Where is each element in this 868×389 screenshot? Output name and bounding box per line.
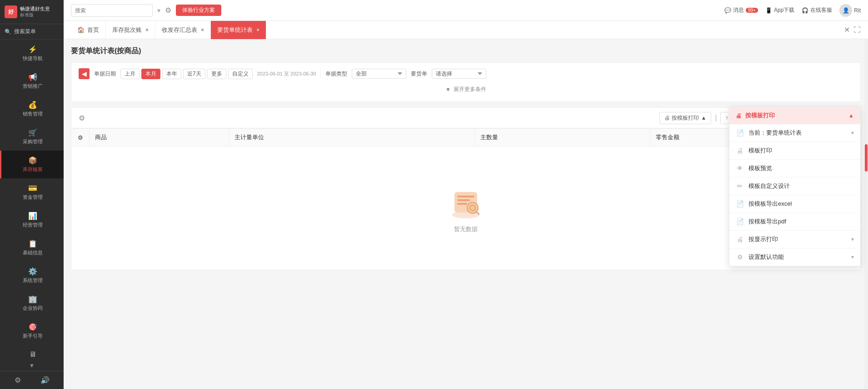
dropdown-collapse-arrow[interactable]: ▲ — [848, 112, 854, 119]
scrollbar-thumb[interactable] — [865, 144, 868, 172]
sidebar-item-app-center[interactable]: 🖥 应用中心 — [0, 345, 64, 360]
sidebar-item-marketing[interactable]: 📢 营销推广 — [0, 67, 64, 95]
logo-text: 畅捷通好生意 标准版 — [20, 5, 50, 18]
col-unit: 主计量单位 — [229, 129, 475, 147]
date-btn-this-year[interactable]: 本年 — [162, 69, 181, 79]
filter-divider — [320, 69, 321, 78]
tab-close-icon[interactable]: ✕ — [844, 25, 850, 34]
export-pdf-icon: 📄 — [736, 218, 744, 225]
order-type-label: 单据类型 — [325, 70, 347, 78]
sidebar-item-enterprise[interactable]: 🏢 企业协同 — [0, 289, 64, 317]
current-template-arrow: ▾ — [851, 130, 854, 136]
date-btn-custom[interactable]: 自定义 — [228, 69, 253, 79]
print-icon: 🖨 — [664, 115, 670, 121]
marketing-icon: 📢 — [28, 73, 37, 81]
filter-collapse-btn[interactable]: ◀ — [79, 68, 90, 79]
tab-batch-account[interactable]: 库存批次账 × — [106, 21, 155, 39]
tab-order-stats-close[interactable]: × — [256, 27, 259, 33]
trial-btn[interactable]: 体验行业方案 — [176, 5, 221, 16]
display-print-icon: 🖨 — [736, 236, 744, 243]
print-dropdown-arrow: ▲ — [701, 115, 706, 121]
sidebar: 好 畅捷通好生意 标准版 🔍 搜索菜单 ⚡ 快捷导航 📢 营销推广 💰 销售管理… — [0, 0, 64, 389]
sidebar-item-newbie[interactable]: 🎯 新手引导 — [0, 317, 64, 345]
sales-icon: 💰 — [28, 101, 37, 109]
dropdown-display-print[interactable]: 🖨 按显示打印 ▾ — [729, 231, 860, 248]
app-center-icon: 🖥 — [29, 350, 36, 359]
sidebar-scroll-down[interactable]: ▼ — [0, 360, 64, 371]
dropdown-template-custom[interactable]: ✏ 模板自定义设计 — [729, 177, 860, 195]
topbar-avatar[interactable]: 👤 Rit — [839, 4, 861, 17]
dropdown-export-pdf[interactable]: 📄 按模板导出pdf — [729, 213, 860, 231]
sidebar-item-operation[interactable]: 📊 经营管理 — [0, 206, 64, 234]
default-func-arrow: ▾ — [851, 254, 854, 260]
empty-text: 暂无数据 — [454, 225, 478, 233]
sidebar-item-sales[interactable]: 💰 销售管理 — [0, 95, 64, 123]
default-func-icon: ⚙ — [736, 253, 744, 261]
operation-icon: 📊 — [28, 212, 37, 220]
dropdown-export-excel[interactable]: 📄 按模板导出excel — [729, 195, 860, 213]
current-template-icon: 📄 — [736, 129, 744, 136]
sidebar-settings-icon[interactable]: ⚙ — [15, 376, 21, 384]
toolbar-left: ⚙ — [79, 114, 85, 122]
date-btn-prev-month[interactable]: 上月 — [120, 69, 140, 79]
tab-batch-account-close[interactable]: × — [145, 27, 149, 33]
scrollbar-track[interactable] — [864, 39, 868, 389]
tab-order-stats[interactable]: 要货单统计表 × — [211, 21, 266, 39]
sidebar-logo: 好 畅捷通好生意 标准版 — [0, 0, 64, 24]
quick-nav-icon: ⚡ — [28, 45, 37, 54]
print-template-btn[interactable]: 🖨 按模板打印 ▲ — [659, 112, 711, 124]
order-type-select[interactable]: 全部 要货单 退货单 — [352, 69, 406, 79]
system-icon: ⚙️ — [28, 267, 37, 276]
date-btn-7days[interactable]: 近7天 — [183, 69, 205, 79]
topbar-message[interactable]: 💬 消息 99+ — [724, 6, 758, 14]
date-btn-this-month[interactable]: 本月 — [141, 69, 160, 79]
filter-row: ◀ 单据日期 上月 本月 本年 近7天 更多 自定义 2023-06-01 至 … — [79, 68, 853, 79]
date-buttons: 上月 本月 本年 近7天 更多 自定义 — [120, 69, 253, 79]
online-service-icon: 🎧 — [802, 7, 808, 14]
inventory-icon: 📦 — [28, 156, 37, 165]
tab-home[interactable]: 🏠 首页 — [71, 21, 106, 39]
sidebar-item-basic[interactable]: 📋 基础信息 — [0, 234, 64, 262]
home-icon: 🏠 — [77, 26, 85, 33]
tab-window-controls: ✕ ⛶ — [844, 25, 861, 34]
display-print-arrow: ▾ — [851, 236, 854, 242]
topbar-dropdown-icon[interactable]: ▾ — [157, 7, 160, 14]
col-goods: 商品 — [90, 129, 229, 147]
dropdown-current-template[interactable]: 📄 当前：要货单统计表 ▾ — [729, 124, 860, 142]
require-goods-select[interactable]: 请选择 — [432, 69, 486, 79]
filter-area: ◀ 单据日期 上月 本月 本年 近7天 更多 自定义 2023-06-01 至 … — [71, 62, 861, 102]
sidebar-item-inventory[interactable]: 📦 库存核算 — [0, 151, 64, 178]
main-content: ▾ ⚙ 体验行业方案 💬 消息 99+ 📱 App下载 🎧 在线客服 👤 Rit — [64, 0, 868, 389]
dropdown-default-func[interactable]: ⚙ 设置默认功能 ▾ — [729, 248, 860, 266]
expand-more-btn[interactable]: ▼ 展开更多条件 — [79, 83, 853, 96]
require-goods-label: 要货单 — [411, 70, 427, 78]
tab-receipts-summary[interactable]: 收发存汇总表 × — [155, 21, 211, 39]
tab-maximize-icon[interactable]: ⛶ — [853, 26, 861, 34]
topbar-search-input[interactable] — [71, 4, 153, 17]
sidebar-item-system[interactable]: ⚙️ 系统管理 — [0, 262, 64, 289]
svg-rect-2 — [457, 196, 474, 197]
sidebar-item-purchase[interactable]: 🛒 采购管理 — [0, 123, 64, 151]
tabs-bar: 🏠 首页 库存批次账 × 收发存汇总表 × 要货单统计表 × ✕ ⛶ — [64, 21, 868, 39]
topbar-app-download[interactable]: 📱 App下载 — [765, 6, 794, 14]
table-settings-icon[interactable]: ⚙ — [79, 114, 85, 122]
dropdown-template-preview[interactable]: 👁 模板预览 — [729, 160, 860, 177]
sidebar-item-finance[interactable]: 💳 资金管理 — [0, 178, 64, 206]
date-btn-more[interactable]: 更多 — [207, 69, 226, 79]
sidebar-item-quick-nav[interactable]: ⚡ 快捷导航 — [0, 40, 64, 67]
svg-rect-4 — [457, 203, 467, 205]
dropdown-print-icon: 🖨 — [736, 112, 742, 119]
toolbar-divider-1: | — [715, 114, 717, 122]
tab-receipts-summary-close[interactable]: × — [201, 27, 204, 33]
topbar-online-service[interactable]: 🎧 在线客服 — [802, 6, 832, 14]
topbar: ▾ ⚙ 体验行业方案 💬 消息 99+ 📱 App下载 🎧 在线客服 👤 Rit — [64, 0, 868, 21]
expand-icon: ▼ — [445, 86, 451, 93]
topbar-gear-icon[interactable]: ⚙ — [165, 6, 171, 15]
print-dropdown-overlay: 🖨 按模板打印 ▲ 📄 当前：要货单统计表 ▾ 🖨 模板打印 👁 模板预览 — [729, 106, 861, 267]
dropdown-header: 🖨 按模板打印 ▲ — [729, 107, 860, 124]
sidebar-search[interactable]: 🔍 搜索菜单 — [0, 24, 64, 40]
col-settings[interactable]: ⚙ — [71, 129, 90, 147]
sidebar-sound-icon[interactable]: 🔊 — [40, 376, 50, 384]
finance-icon: 💳 — [28, 184, 37, 192]
dropdown-template-print[interactable]: 🖨 模板打印 — [729, 142, 860, 160]
